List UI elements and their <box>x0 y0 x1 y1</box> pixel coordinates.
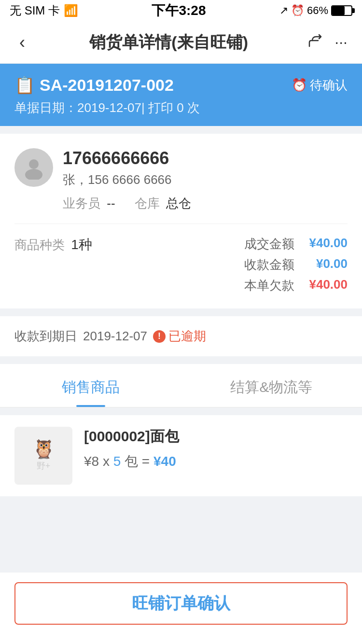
quantity: 5 <box>113 454 121 469</box>
status-clock-icon: ⏰ <box>292 78 307 93</box>
overdue-icon: ! <box>153 330 166 343</box>
received-label: 收款金额 <box>244 256 294 273</box>
tab-bar: 销售商品 结算&物流等 <box>0 364 362 407</box>
page-title: 销货单详情(来自旺铺) <box>89 31 248 54</box>
transaction-label: 成交金额 <box>244 236 294 252</box>
tab-settlement[interactable]: 结算&物流等 <box>181 364 362 407</box>
bottom-action-bar: 旺铺订单确认 <box>0 573 362 644</box>
status-time: 下午3:28 <box>152 1 206 20</box>
order-status: ⏰ 待确认 <box>292 77 348 94</box>
balance-amount: ¥40.00 <box>309 277 348 294</box>
product-total: ¥40 <box>153 454 176 469</box>
status-right: ↗ ⏰ 66% <box>279 4 352 17</box>
unit-price: ¥8 <box>84 454 99 469</box>
warehouse-label: 仓库 <box>135 196 160 210</box>
customer-card: 17666666666 张，156 6666 6666 业务员 -- 仓库 总仓… <box>0 134 362 308</box>
product-details: [0000002]面包 ¥8 x 5 包 = ¥40 <box>84 427 348 471</box>
divider <box>14 224 348 224</box>
product-type-label: 商品种类 <box>14 238 65 252</box>
received-amount: ¥0.00 <box>316 256 348 273</box>
product-item: 🦉 野+ [0000002]面包 ¥8 x 5 包 = ¥40 <box>0 415 362 496</box>
wifi-icon: 📶 <box>64 4 78 17</box>
order-icon: 📋 <box>14 75 35 95</box>
amount-summary: 成交金额 ¥40.00 收款金额 ¥0.00 本单欠款 ¥40.00 <box>244 236 348 294</box>
order-id: 📋 SA-20191207-002 <box>14 75 174 95</box>
due-date-label: 收款到期日 <box>14 328 77 345</box>
svg-point-0 <box>29 159 39 169</box>
customer-avatar <box>14 148 53 187</box>
sales-label: 业务员 <box>63 196 100 210</box>
customer-name: 张，156 6666 6666 <box>63 171 348 188</box>
order-date: 单据日期：2019-12-07| 打印 0 次 <box>14 99 348 116</box>
balance-label: 本单欠款 <box>244 277 294 294</box>
svg-point-1 <box>25 169 42 180</box>
share-button[interactable] <box>307 33 323 52</box>
nav-actions: ··· <box>307 33 348 52</box>
more-button[interactable]: ··· <box>334 33 348 51</box>
status-bar: 无 SIM 卡 📶 下午3:28 ↗ ⏰ 66% <box>0 0 362 21</box>
product-thumbnail: 🦉 野+ <box>14 427 72 485</box>
location-icon: ↗ <box>279 4 288 17</box>
nav-bar: ‹ 销货单详情(来自旺铺) ··· <box>0 21 362 64</box>
overdue-badge: ! 已逾期 <box>153 328 206 345</box>
due-date-value: 2019-12-07 <box>83 329 147 344</box>
carrier-label: 无 SIM 卡 <box>10 3 60 18</box>
overdue-text: 已逾期 <box>168 328 206 345</box>
status-left: 无 SIM 卡 📶 <box>10 3 78 18</box>
sales-value: -- <box>107 196 115 210</box>
customer-meta: 业务员 -- 仓库 总仓 <box>63 195 348 212</box>
tab-products[interactable]: 销售商品 <box>0 364 181 407</box>
due-date-section: 收款到期日 2019-12-07 ! 已逾期 <box>0 316 362 356</box>
confirm-order-button[interactable]: 旺铺订单确认 <box>14 582 348 625</box>
alarm-icon: ⏰ <box>291 4 304 17</box>
customer-phone: 17666666666 <box>63 148 348 168</box>
order-summary: 商品种类 1种 成交金额 ¥40.00 收款金额 ¥0.00 本单欠款 ¥40.… <box>14 236 348 294</box>
product-name: [0000002]面包 <box>84 427 348 447</box>
product-price: ¥8 x 5 包 = ¥40 <box>84 452 348 471</box>
product-type-count: 1种 <box>71 237 92 252</box>
transaction-amount: ¥40.00 <box>309 236 348 252</box>
product-logo-icon: 🦉 <box>32 440 55 458</box>
customer-info: 17666666666 张，156 6666 6666 业务员 -- 仓库 总仓 <box>63 148 348 212</box>
battery-percent: 66% <box>307 4 328 17</box>
battery-icon <box>331 5 352 16</box>
order-header-banner: 📋 SA-20191207-002 ⏰ 待确认 单据日期：2019-12-07|… <box>0 64 362 126</box>
warehouse-value: 总仓 <box>166 196 191 210</box>
back-button[interactable]: ‹ <box>14 28 30 57</box>
